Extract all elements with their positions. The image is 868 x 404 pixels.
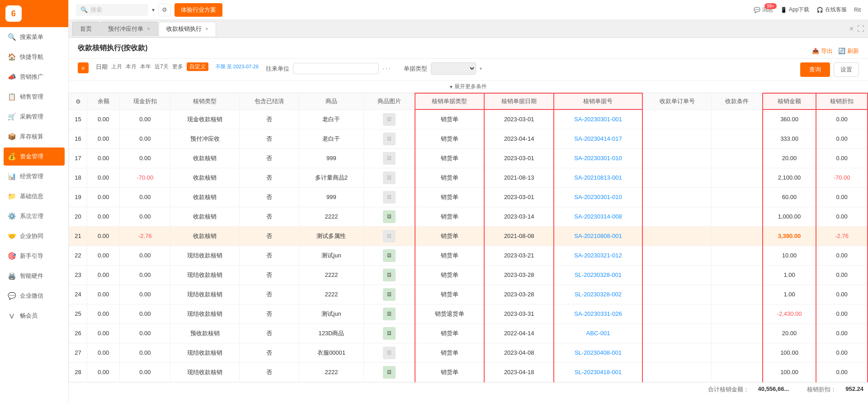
cell-verify-bill-type: 销货单 <box>415 285 485 304</box>
cell-no: 28 <box>69 362 87 382</box>
sidebar-icon-search: 🔍 <box>7 33 16 42</box>
service-btn[interactable]: 🎧 在线客服 <box>816 6 847 14</box>
cell-receipt-order-no <box>642 148 712 168</box>
sidebar-item-quicknav[interactable]: 🏠 快捷导航 <box>0 47 68 67</box>
product-thumbnail: 🖼 <box>383 308 396 320</box>
cell-verify-bill-date: 2023-03-21 <box>484 246 554 265</box>
table-row: 15 0.00 0.00 现金收款核销 否 老白干 🖼 销货单 2023-03-… <box>69 109 868 129</box>
cell-no: 26 <box>69 323 87 343</box>
verify-bill-no-link[interactable]: SL-20230418-001 <box>575 369 622 375</box>
type-select[interactable] <box>431 62 476 75</box>
cell-balance: 0.00 <box>87 265 120 285</box>
sidebar-item-sales[interactable]: 📋 销售管理 <box>0 87 68 107</box>
verify-bill-no-link[interactable]: SL-20230328-001 <box>575 271 622 278</box>
sidebar-item-hardware[interactable]: 🖨️ 智能硬件 <box>0 266 68 286</box>
sidebar-item-marketing[interactable]: 📣 营销推广 <box>0 67 68 87</box>
filter-expand-btn[interactable]: » <box>78 62 89 73</box>
verify-bill-no-link[interactable]: SL-20230408-001 <box>575 349 622 356</box>
cell-verify-type: 现结收款核销 <box>170 362 239 382</box>
date-more[interactable]: 更多 <box>172 63 183 71</box>
sidebar-item-operation[interactable]: 📊 经营管理 <box>0 166 68 186</box>
th-product: 商品 <box>299 93 363 109</box>
tab-home[interactable]: 首页 <box>72 22 99 36</box>
table-row: 20 0.00 0.00 收款核销 否 2222 🖼 销货单 2023-03-1… <box>69 207 868 226</box>
date-this-year[interactable]: 本年 <box>140 63 151 71</box>
th-gear[interactable]: ⚙ <box>69 93 87 109</box>
sidebar-item-vip[interactable]: V 畅会员 <box>0 306 68 326</box>
sidebar-item-inventory[interactable]: 📦 库存核算 <box>0 127 68 147</box>
tab-prepay[interactable]: 预付冲应付单 × <box>100 22 158 36</box>
th-cash-discount: 现金折扣 <box>120 93 170 109</box>
cell-verify-amount: 3,390.00 <box>763 226 816 246</box>
industry-btn[interactable]: 体验行业方案 <box>175 3 222 17</box>
cell-verify-type: 现金收款核销 <box>170 109 239 129</box>
user-avatar-btn[interactable]: Rit <box>854 7 861 13</box>
verify-bill-no-link[interactable]: SA-20210808-001 <box>574 233 622 239</box>
tab-close-all-icon[interactable]: × <box>849 25 854 33</box>
cell-product: 多计量商品2 <box>299 168 363 187</box>
unit-dots: ··· <box>382 65 391 73</box>
settings-btn[interactable]: 设置 <box>834 62 859 77</box>
verify-bill-no-link[interactable]: SA-20230301-010 <box>574 194 622 200</box>
sidebar-item-search[interactable]: 🔍 搜索菜单 <box>0 27 68 47</box>
cell-verify-bill-date: 2023-03-14 <box>484 207 554 226</box>
topbar-dropdown[interactable]: ▾ <box>152 7 155 13</box>
app-download-btn[interactable]: 📱 App下载 <box>780 6 809 14</box>
cell-balance: 0.00 <box>87 187 120 207</box>
cell-verify-bill-no: SL-20230328-001 <box>554 265 642 285</box>
cell-product: 2222 <box>299 207 363 226</box>
cell-verify-bill-type: 销货单 <box>415 207 485 226</box>
cell-verify-discount: 0.00 <box>816 285 868 304</box>
search-placeholder: 搜索 <box>90 6 102 14</box>
message-btn[interactable]: 💬 消息 99+ <box>754 6 773 14</box>
verify-bill-no-link[interactable]: SA-20230331-026 <box>574 310 622 317</box>
cell-receipt-condition <box>712 362 763 382</box>
cell-receipt-condition <box>712 129 763 148</box>
sidebar-label-operation: 经营管理 <box>20 172 43 181</box>
date-7days[interactable]: 近7天 <box>155 63 169 71</box>
verify-bill-no-link[interactable]: SA-20230301-010 <box>574 155 622 162</box>
sidebar-item-finance[interactable]: 💰 资金管理 <box>4 147 65 166</box>
page-header: 收款核销执行(按收款) 📤 导出 🔄 刷新 <box>69 38 868 59</box>
cell-verify-type: 收款核销 <box>170 168 239 187</box>
gear-icon: ⚙ <box>75 98 81 105</box>
cell-cash-discount: 0.00 <box>120 246 170 265</box>
verify-bill-no-link[interactable]: SA-20230321-012 <box>574 252 622 259</box>
sidebar-item-collab[interactable]: 🤝 企业协同 <box>0 226 68 246</box>
tab-receipt[interactable]: 收款核销执行 × <box>159 22 216 36</box>
tab-expand-icon[interactable]: ⛶ <box>857 25 864 33</box>
date-last-month[interactable]: 上月 <box>111 63 122 71</box>
cell-receipt-condition <box>712 246 763 265</box>
cell-product: 123D商品 <box>299 323 363 343</box>
cell-verify-discount: 0.00 <box>816 343 868 362</box>
cell-verify-discount: 0.00 <box>816 246 868 265</box>
cell-product: 2222 <box>299 285 363 304</box>
sidebar-item-guide[interactable]: 🎯 新手引导 <box>0 246 68 266</box>
refresh-btn[interactable]: 🔄 刷新 <box>838 47 859 55</box>
sidebar-item-basic[interactable]: 📁 基础信息 <box>0 186 68 206</box>
content: 收款核销执行(按收款) 📤 导出 🔄 刷新 » 日期 <box>69 38 868 404</box>
verify-bill-no-link[interactable]: SL-20230328-002 <box>575 291 622 298</box>
verify-bill-no-link[interactable]: SA-20230414-017 <box>574 135 622 142</box>
cell-verify-bill-date: 2023-03-01 <box>484 148 554 168</box>
sidebar-label-inventory: 库存核算 <box>20 133 43 141</box>
topbar-gear-btn[interactable]: ⚙ <box>158 4 171 16</box>
verify-bill-no-link[interactable]: SA-20230301-001 <box>574 116 622 123</box>
query-btn[interactable]: 查询 <box>800 62 830 77</box>
tab-receipt-close[interactable]: × <box>205 26 208 32</box>
cell-product-img: 🖼 <box>364 343 415 362</box>
sidebar-item-wechat[interactable]: 💬 企业微信 <box>0 286 68 306</box>
date-links: 上月 本月 本年 近7天 更多 自定义 <box>111 62 208 71</box>
table-row: 17 0.00 0.00 收款核销 否 999 🖼 销货单 2023-03-01… <box>69 148 868 168</box>
date-custom[interactable]: 自定义 <box>187 62 208 71</box>
verify-bill-no-link[interactable]: SA-20210813-001 <box>574 174 622 181</box>
expand-more-btn[interactable]: ▾ 展开更多条件 <box>450 83 487 90</box>
search-box[interactable]: 🔍 搜索 <box>76 4 148 16</box>
verify-bill-no-link[interactable]: ABC-001 <box>586 330 610 337</box>
sidebar-item-purchase[interactable]: 🛒 采购管理 <box>0 107 68 127</box>
tab-prepay-close[interactable]: × <box>147 26 150 32</box>
verify-bill-no-link[interactable]: SA-20230314-008 <box>574 213 622 220</box>
unit-input[interactable] <box>293 63 379 74</box>
date-this-month[interactable]: 本月 <box>126 63 137 71</box>
export-btn[interactable]: 📤 导出 <box>812 47 833 55</box>
